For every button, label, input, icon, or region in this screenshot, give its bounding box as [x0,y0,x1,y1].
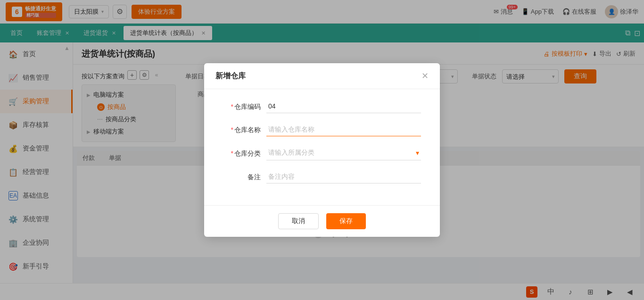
modal-close-button[interactable]: ✕ [421,71,429,81]
form-row-code: *仓库编码 [223,100,421,113]
code-label: *仓库编码 [223,103,261,111]
category-select[interactable]: 请输入所属分类 ▾ [266,147,421,160]
save-button[interactable]: 保存 [326,213,366,229]
category-label: *仓库分类 [223,150,261,158]
modal-overlay: 新增仓库 ✕ *仓库编码 *仓库名称 *仓库分类 [0,0,644,300]
warehouse-note-input[interactable] [266,171,421,183]
warehouse-code-input[interactable] [266,100,421,113]
form-row-name: *仓库名称 [223,124,421,136]
modal-footer: 取消 保存 [204,205,440,237]
modal-title: 新增仓库 [215,71,246,81]
cancel-button[interactable]: 取消 [278,213,319,229]
warehouse-name-input[interactable] [266,124,421,136]
modal-body: *仓库编码 *仓库名称 *仓库分类 请输入所属分类 ▾ [204,89,440,205]
name-label: *仓库名称 [223,126,261,134]
form-row-category: *仓库分类 请输入所属分类 ▾ [223,147,421,160]
modal-header: 新增仓库 ✕ [204,63,440,89]
modal-add-warehouse: 新增仓库 ✕ *仓库编码 *仓库名称 *仓库分类 [204,63,440,237]
category-dropdown-arrow: ▾ [416,149,419,157]
form-row-note: 备注 [223,171,421,183]
note-label: 备注 [223,173,261,182]
